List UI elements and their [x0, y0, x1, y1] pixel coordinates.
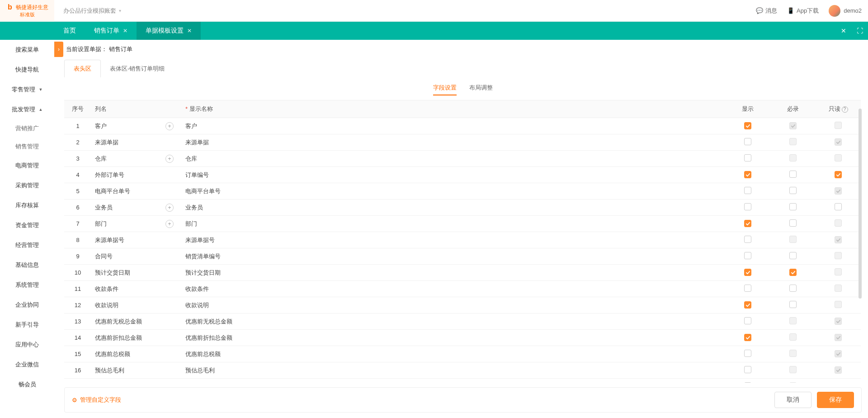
- checkbox[interactable]: [789, 171, 797, 178]
- checkbox[interactable]: [744, 203, 751, 210]
- sidebar-item-基础信息[interactable]: 基础信息: [0, 255, 54, 275]
- sidebar-item-经营管理[interactable]: 经营管理: [0, 235, 54, 255]
- checkbox[interactable]: [744, 252, 751, 259]
- cell-display[interactable]: 预估总毛利率: [182, 379, 725, 383]
- cell-display[interactable]: 优惠前无税总金额: [182, 314, 725, 330]
- checkbox[interactable]: [744, 334, 751, 341]
- context-collapse-button[interactable]: ›: [54, 42, 63, 57]
- cell-display[interactable]: 客户: [182, 118, 725, 134]
- cell-display[interactable]: 预估总毛利: [182, 362, 725, 379]
- sidebar-item-新手引导[interactable]: 新手引导: [0, 315, 54, 335]
- checkbox[interactable]: [744, 269, 751, 276]
- manage-custom-fields-button[interactable]: ⚙ 管理自定义字段: [72, 396, 121, 404]
- cell-display[interactable]: 优惠前总税额: [182, 346, 725, 362]
- cell-display[interactable]: 仓库: [182, 151, 725, 167]
- checkbox: [789, 317, 797, 324]
- cell-index: 7: [64, 216, 91, 232]
- sidebar-item-快捷导航[interactable]: 快捷导航: [0, 60, 54, 80]
- sidebar-item-零售管理[interactable]: 零售管理▼: [0, 80, 54, 100]
- cell-display[interactable]: 收款说明: [182, 297, 725, 314]
- cell-display[interactable]: 优惠前折扣总金额: [182, 330, 725, 346]
- checkbox[interactable]: [835, 171, 842, 178]
- add-icon[interactable]: +: [165, 122, 174, 130]
- cell-show: [725, 379, 770, 383]
- fullscreen-button[interactable]: ⛶: [852, 22, 868, 40]
- sidebar-item-资金管理[interactable]: 资金管理: [0, 215, 54, 235]
- checkbox: [789, 333, 797, 341]
- add-icon[interactable]: +: [165, 155, 174, 163]
- subtab-布局调整[interactable]: 布局调整: [469, 84, 493, 95]
- cell-display[interactable]: 部门: [182, 216, 725, 232]
- checkbox[interactable]: [789, 219, 797, 227]
- checkbox[interactable]: [744, 366, 751, 373]
- checkbox[interactable]: [744, 382, 751, 383]
- cell-readonly: [816, 232, 861, 248]
- checkbox[interactable]: [744, 220, 751, 227]
- table-row: 8来源单据号来源单据号: [64, 232, 861, 248]
- cell-display[interactable]: 销货清单编号: [182, 248, 725, 265]
- cell-display[interactable]: 收款条件: [182, 281, 725, 297]
- cell-readonly: [816, 362, 861, 379]
- app-download-button[interactable]: 📱 App下载: [787, 7, 819, 15]
- cell-name: 优惠前总税额: [91, 346, 182, 362]
- cell-readonly: [816, 265, 861, 281]
- sidebar-item-搜索菜单[interactable]: 搜索菜单: [0, 40, 54, 60]
- tab-单据模板设置[interactable]: 单据模板设置✕: [137, 22, 201, 40]
- subtab-字段设置[interactable]: 字段设置: [433, 84, 457, 95]
- checkbox[interactable]: [744, 171, 751, 178]
- checkbox[interactable]: [744, 236, 751, 243]
- tab-首页[interactable]: 首页: [54, 22, 85, 40]
- checkbox: [835, 285, 842, 292]
- sidebar-item-采购管理[interactable]: 采购管理: [0, 176, 54, 195]
- section-tab-表体区-销售订单明细[interactable]: 表体区-销售订单明细: [100, 60, 174, 77]
- checkbox[interactable]: [789, 187, 797, 194]
- checkbox[interactable]: [744, 138, 751, 145]
- section-tab-表头区[interactable]: 表头区: [64, 60, 101, 77]
- cell-display[interactable]: 来源单据: [182, 134, 725, 151]
- checkbox[interactable]: [789, 285, 797, 292]
- cell-readonly: [816, 118, 861, 134]
- checkbox[interactable]: [835, 203, 842, 210]
- add-icon[interactable]: +: [165, 220, 174, 228]
- help-icon[interactable]: ?: [842, 106, 848, 113]
- sidebar-item-批发管理[interactable]: 批发管理▲: [0, 100, 54, 119]
- sidebar-item-畅会员[interactable]: 畅会员: [0, 375, 54, 394]
- cell-display[interactable]: 业务员: [182, 200, 725, 216]
- sidebar-item-营销推广[interactable]: 营销推广: [0, 119, 54, 138]
- close-icon[interactable]: ✕: [187, 28, 192, 34]
- context-label: 当前设置单据：: [66, 46, 107, 52]
- messages-button[interactable]: 💬 消息: [756, 7, 777, 15]
- tab-销售订单[interactable]: 销售订单✕: [85, 22, 137, 40]
- sidebar-item-电商管理[interactable]: 电商管理: [0, 156, 54, 176]
- cell-display[interactable]: 预计交货日期: [182, 265, 725, 281]
- cell-display[interactable]: 电商平台单号: [182, 183, 725, 200]
- sidebar-item-系统管理[interactable]: 系统管理: [0, 275, 54, 295]
- checkbox[interactable]: [789, 269, 797, 276]
- cancel-button[interactable]: 取消: [774, 392, 811, 408]
- sidebar-item-销售管理[interactable]: 销售管理: [0, 138, 54, 156]
- checkbox[interactable]: [744, 317, 751, 324]
- sidebar-item-企业微信[interactable]: 企业微信: [0, 355, 54, 375]
- save-button[interactable]: 保存: [817, 392, 854, 408]
- sidebar-item-企业协同[interactable]: 企业协同: [0, 295, 54, 315]
- checkbox[interactable]: [744, 154, 751, 162]
- add-icon[interactable]: +: [165, 204, 174, 212]
- tabs-close-button[interactable]: ✕: [835, 22, 852, 40]
- account-selector[interactable]: 办公品行业模拟账套 ▾: [63, 7, 121, 15]
- checkbox[interactable]: [744, 187, 751, 194]
- sidebar-item-应用中心[interactable]: 应用中心: [0, 335, 54, 355]
- scrollbar[interactable]: [859, 109, 862, 389]
- close-icon[interactable]: ✕: [123, 28, 127, 34]
- cell-show: [725, 151, 770, 167]
- checkbox[interactable]: [744, 350, 751, 357]
- checkbox[interactable]: [789, 301, 797, 308]
- checkbox[interactable]: [789, 252, 797, 259]
- checkbox[interactable]: [744, 285, 751, 292]
- cell-display[interactable]: 来源单据号: [182, 232, 725, 248]
- user-menu[interactable]: demo2: [829, 5, 862, 17]
- checkbox[interactable]: [789, 203, 797, 210]
- checkbox[interactable]: [744, 122, 751, 129]
- checkbox[interactable]: [744, 301, 751, 309]
- cell-display[interactable]: 订单编号: [182, 167, 725, 183]
- sidebar-item-库存核算[interactable]: 库存核算: [0, 195, 54, 215]
